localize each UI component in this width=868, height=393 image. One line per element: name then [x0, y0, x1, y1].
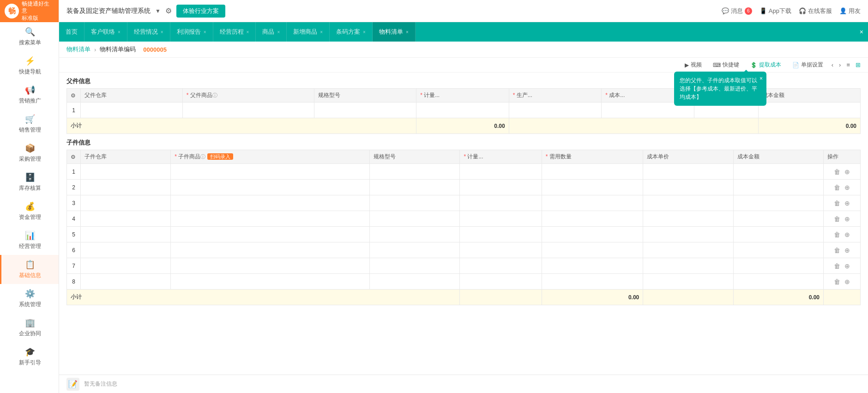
nav-tab-2[interactable]: 经营情况× [127, 22, 170, 42]
child-cell-warehouse-1[interactable] [81, 164, 171, 180]
child-cell-product-2[interactable] [171, 180, 370, 195]
child-cell-spec-7[interactable] [370, 258, 460, 274]
nav-tab-7[interactable]: 条码方案× [330, 22, 373, 42]
child-cell-unit-cost-5[interactable] [643, 227, 733, 242]
child-cell-qty-7[interactable] [542, 258, 643, 274]
child-cell-qty-5[interactable] [542, 227, 643, 242]
child-cell-unit-3[interactable] [460, 195, 542, 211]
child-copy-btn-3[interactable]: ⊕ [843, 200, 851, 207]
single-settings-action[interactable]: 📄 单据设置 [790, 60, 826, 70]
child-cell-product-1[interactable] [171, 164, 370, 180]
child-delete-btn-5[interactable]: 🗑 [832, 231, 842, 238]
sidebar-item-marketing[interactable]: 📢 营销推广 [0, 80, 59, 109]
sidebar-item-inventory[interactable]: 🗄️ 库存核算 [0, 168, 59, 197]
sidebar-item-quicknav[interactable]: ⚡ 快捷导航 [0, 51, 59, 80]
child-cell-product-5[interactable] [171, 227, 370, 242]
nav-tab-close-3[interactable]: × [204, 30, 206, 35]
nav-tab-close-6[interactable]: × [320, 30, 323, 35]
parent-cell-unit-1[interactable] [416, 103, 509, 118]
child-copy-btn-1[interactable]: ⊕ [843, 168, 851, 175]
child-cell-qty-6[interactable] [542, 242, 643, 258]
nav-tab-0[interactable]: 首页 [59, 22, 84, 42]
child-cell-unit-cost-6[interactable] [643, 242, 733, 258]
child-cell-spec-3[interactable] [370, 195, 460, 211]
child-cell-product-7[interactable] [171, 258, 370, 274]
child-cell-spec-4[interactable] [370, 211, 460, 227]
child-cell-unit-8[interactable] [460, 274, 542, 290]
sidebar-item-search[interactable]: 🔍 搜索菜单 [0, 22, 59, 51]
nav-tabs-close-all[interactable]: × [855, 28, 868, 36]
child-cell-spec-2[interactable] [370, 180, 460, 195]
app-download-item[interactable]: 📱 App下载 [760, 7, 791, 15]
child-cell-product-4[interactable] [171, 211, 370, 227]
nav-tab-close-7[interactable]: × [363, 30, 366, 35]
child-cell-unit-cost-8[interactable] [643, 274, 733, 290]
child-cell-unit-cost-4[interactable] [643, 211, 733, 227]
trial-button[interactable]: 体验行业方案 [176, 5, 225, 18]
nav-prev-icon[interactable]: ‹ [832, 61, 833, 68]
child-copy-btn-4[interactable]: ⊕ [843, 215, 851, 223]
nav-tab-8[interactable]: 物料清单× [373, 22, 416, 42]
child-cell-warehouse-8[interactable] [81, 274, 171, 290]
view-action[interactable]: ▶ 视频 [682, 60, 705, 70]
child-cell-spec-1[interactable] [370, 164, 460, 180]
nav-tab-close-8[interactable]: × [406, 30, 409, 35]
child-cell-unit-2[interactable] [460, 180, 542, 195]
child-cell-unit-4[interactable] [460, 211, 542, 227]
child-cell-unit-6[interactable] [460, 242, 542, 258]
child-cell-spec-5[interactable] [370, 227, 460, 242]
child-cell-spec-6[interactable] [370, 242, 460, 258]
child-cell-unit-cost-7[interactable] [643, 258, 733, 274]
nav-tab-3[interactable]: 利润报告× [170, 22, 213, 42]
settings-icon[interactable]: ⚙ [165, 6, 172, 15]
child-cell-product-3[interactable] [171, 195, 370, 211]
parent-cell-spec-1[interactable] [314, 103, 416, 118]
tooltip-close-button[interactable]: × [760, 74, 763, 83]
nav-tab-5[interactable]: 商品× [256, 22, 287, 42]
child-cell-warehouse-5[interactable] [81, 227, 171, 242]
child-cell-warehouse-3[interactable] [81, 195, 171, 211]
sidebar-item-operation[interactable]: 📊 经营管理 [0, 226, 59, 255]
child-cell-unit-cost-1[interactable] [643, 164, 733, 180]
child-cell-product-8[interactable] [171, 274, 370, 290]
child-delete-btn-3[interactable]: 🗑 [832, 200, 842, 207]
nav-tab-close-5[interactable]: × [277, 30, 280, 35]
extract-cost-action[interactable]: 💲 提取成本 [747, 60, 784, 70]
child-cell-qty-3[interactable] [542, 195, 643, 211]
user-item[interactable]: 👤 用友 [839, 7, 861, 15]
child-cell-unit-cost-2[interactable] [643, 180, 733, 195]
child-cell-unit-7[interactable] [460, 258, 542, 274]
sidebar-item-sales[interactable]: 🛒 销售管理 [0, 109, 59, 139]
breadcrumb-item-1[interactable]: 物料清单 [66, 45, 90, 54]
child-delete-btn-7[interactable]: 🗑 [832, 262, 842, 270]
child-cell-spec-8[interactable] [370, 274, 460, 290]
sidebar-item-finance[interactable]: 💰 资金管理 [0, 197, 59, 226]
child-delete-btn-6[interactable]: 🗑 [832, 247, 842, 254]
layout-icon[interactable]: ≡ [846, 61, 850, 68]
notes-icon[interactable]: 📝 [66, 378, 79, 391]
shortcut-action[interactable]: ⌨ 快捷键 [710, 60, 742, 70]
nav-tab-close-2[interactable]: × [161, 30, 163, 35]
child-cell-unit-5[interactable] [460, 227, 542, 242]
child-delete-btn-4[interactable]: 🗑 [832, 215, 842, 223]
child-cell-qty-8[interactable] [542, 274, 643, 290]
child-delete-btn-8[interactable]: 🗑 [832, 278, 842, 285]
nav-tab-close-4[interactable]: × [247, 30, 249, 35]
online-service-item[interactable]: 🎧 在线客服 [799, 7, 832, 15]
child-cell-unit-cost-3[interactable] [643, 195, 733, 211]
child-copy-btn-5[interactable]: ⊕ [843, 231, 851, 238]
nav-tab-1[interactable]: 客户联络× [84, 22, 127, 42]
nav-tab-6[interactable]: 新增商品× [287, 22, 330, 42]
child-cell-warehouse-2[interactable] [81, 180, 171, 195]
child-cell-warehouse-6[interactable] [81, 242, 171, 258]
child-cell-qty-2[interactable] [542, 180, 643, 195]
expand-icon[interactable]: ⊞ [856, 61, 861, 68]
messages-item[interactable]: 💬 消息 6 [722, 7, 752, 15]
child-cell-unit-1[interactable] [460, 164, 542, 180]
child-copy-btn-2[interactable]: ⊕ [843, 184, 851, 191]
sidebar-item-guide[interactable]: 🎓 新手引导 [0, 342, 59, 371]
nav-next-icon[interactable]: › [839, 61, 841, 68]
parent-cell-produce-1[interactable] [509, 103, 602, 118]
scan-badge[interactable]: 扫码录入 [207, 153, 233, 160]
child-copy-btn-8[interactable]: ⊕ [843, 278, 851, 285]
